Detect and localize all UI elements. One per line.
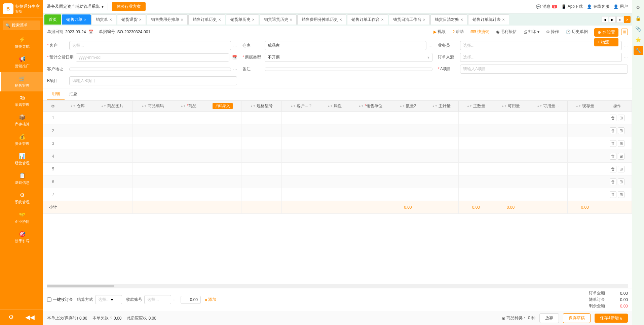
code-sort-icon[interactable]: ▲▼ — [141, 105, 147, 108]
row-6-copy-button[interactable]: ⊞ — [618, 178, 624, 185]
row-7-attr[interactable] — [320, 188, 349, 201]
tab-close-order-workbench[interactable]: ✕ — [381, 18, 384, 22]
row-1-current[interactable] — [568, 112, 602, 124]
right-sidebar-btn-3[interactable]: 📎 — [634, 24, 643, 34]
row-3-main-unit[interactable] — [424, 137, 459, 150]
warehouse-input[interactable]: 成品库 — [265, 41, 426, 50]
horizontal-scrollbar[interactable] — [47, 284, 628, 288]
salesperson-more-button[interactable]: ··· — [624, 43, 628, 48]
row-1-main-unit[interactable] — [424, 112, 459, 124]
row-5-available[interactable] — [493, 163, 528, 175]
tabs-prev-button[interactable]: ◀ — [602, 16, 608, 23]
row-2-warehouse[interactable] — [63, 124, 92, 137]
row-3-main-qty[interactable] — [459, 137, 493, 150]
row-7-qty2[interactable] — [392, 188, 424, 201]
row-4-main-qty[interactable] — [459, 150, 493, 163]
row-4-delete-button[interactable]: 🗑 — [610, 153, 616, 160]
row-1-code[interactable] — [132, 112, 173, 124]
row-5-unit[interactable] — [349, 163, 392, 175]
detail-tab-detail[interactable]: 明细 — [47, 88, 65, 100]
row-2-image[interactable] — [92, 124, 132, 137]
scroll-thumb[interactable] — [47, 285, 114, 287]
tab-return-history[interactable]: 销货退货历史 ✕ — [260, 14, 297, 25]
row-1-attr[interactable] — [320, 112, 349, 124]
tabs-menu-button[interactable]: ≡ — [616, 16, 623, 23]
row-3-code[interactable] — [132, 137, 173, 150]
row-5-code[interactable] — [132, 163, 173, 175]
row-7-available2[interactable] — [528, 188, 568, 201]
print-button[interactable]: 🖨 打印 ▾ — [521, 28, 541, 35]
sidebar-item-system[interactable]: ⚙ 系统管理 — [0, 189, 43, 208]
add-deposit-button[interactable]: ● 添加 — [205, 297, 216, 302]
invoice-type-select[interactable]: 不开票 ▾ — [265, 53, 432, 62]
row-1-delete-button[interactable]: 🗑 — [610, 115, 616, 121]
message-button[interactable]: 💬 消息 9 — [536, 4, 557, 9]
date-value[interactable]: 2023-03-24 — [65, 30, 86, 34]
row-7-copy-button[interactable]: ⊞ — [618, 191, 624, 198]
row-7-available[interactable] — [493, 188, 528, 201]
sidebar-item-marketing[interactable]: 📢 营销推广 — [0, 52, 43, 72]
row-6-available[interactable] — [493, 175, 528, 188]
row-2-code[interactable] — [132, 124, 173, 137]
tab-order-workbench[interactable]: 销售订单工作台 ✕ — [347, 14, 388, 25]
tab-sales-order-history[interactable]: 销售订单历史 ✕ — [188, 14, 225, 25]
row-1-copy-button[interactable]: ⊞ — [618, 115, 624, 121]
col-settings[interactable]: ⚙ — [43, 101, 63, 112]
row-7-current[interactable] — [568, 188, 602, 201]
row-2-current[interactable] — [568, 124, 602, 137]
search-menu-button[interactable]: 🔍 搜索菜单 — [3, 21, 40, 30]
tab-close-sales-order[interactable]: ✕ — [84, 18, 86, 22]
tab-close-cash-reconcile[interactable]: ✕ — [460, 18, 463, 22]
user-button[interactable]: 👤 用户 — [613, 4, 628, 9]
row-5-qty2[interactable] — [392, 163, 424, 175]
tab-expense-history[interactable]: 销售费用分摊单历史 ✕ — [297, 14, 346, 25]
right-sidebar-btn-2[interactable]: 🔒 — [634, 13, 643, 23]
sidebar-item-purchase[interactable]: 🛍 采购管理 — [0, 91, 43, 111]
tab-close-sales-return[interactable]: ✕ — [139, 18, 142, 22]
sidebar-item-basic-info[interactable]: 📋 基础信息 — [0, 169, 43, 189]
row-6-warehouse[interactable] — [63, 175, 92, 188]
sidebar-item-sales[interactable]: 🛒 销售管理 — [0, 72, 43, 91]
row-2-main-unit[interactable] — [424, 124, 459, 137]
row-1-goods[interactable] — [173, 112, 204, 124]
main-qty-sort-icon[interactable]: ▲▼ — [467, 105, 472, 108]
bank-account-more-button[interactable]: ··· — [173, 297, 177, 302]
row-4-available2[interactable] — [528, 150, 568, 163]
row-1-warehouse[interactable] — [63, 112, 92, 124]
row-6-image[interactable] — [92, 175, 132, 188]
row-7-main-qty[interactable] — [459, 188, 493, 201]
right-sidebar-btn-1[interactable]: ⚙ — [634, 3, 643, 12]
row-3-available2[interactable] — [528, 137, 568, 150]
row-6-attr[interactable] — [320, 175, 349, 188]
row-1-main-qty[interactable] — [459, 112, 493, 124]
history-button[interactable]: 🕐 历史单据 — [564, 28, 590, 35]
row-4-copy-button[interactable]: ⊞ — [618, 153, 624, 160]
expand-button[interactable]: ⊞ — [621, 29, 628, 35]
notes-input[interactable] — [265, 68, 432, 71]
tab-sales-summary[interactable]: 销售订单统计表 ✕ — [468, 14, 509, 25]
row-4-image[interactable] — [92, 150, 132, 163]
row-5-customer-code[interactable] — [282, 163, 320, 175]
row-5-spec[interactable] — [241, 163, 281, 175]
row-1-image[interactable] — [92, 112, 132, 124]
tab-close-sales-invoice[interactable]: ✕ — [109, 18, 112, 22]
row-3-qty2[interactable] — [392, 137, 424, 150]
row-7-warehouse[interactable] — [63, 188, 92, 201]
row-6-available2[interactable] — [528, 175, 568, 188]
tab-sales-return[interactable]: 销货退货 ✕ — [117, 14, 146, 25]
right-sidebar-btn-5[interactable]: 🔧 — [634, 46, 643, 55]
customer-input[interactable]: 选择... — [69, 41, 231, 50]
bank-account-select[interactable]: 选择... — [144, 295, 171, 304]
row-4-spec[interactable] — [241, 150, 281, 163]
save-draft-button[interactable]: 保存草稿 — [563, 313, 591, 323]
row-5-goods[interactable] — [173, 163, 204, 175]
tab-sales-expense[interactable]: 销售费用分摊单 ✕ — [147, 14, 188, 25]
detail-tab-summary[interactable]: 汇总 — [65, 88, 82, 100]
row-5-copy-button[interactable]: ⊞ — [618, 166, 624, 172]
sidebar-item-beginner[interactable]: 🎯 新手引导 — [0, 228, 43, 247]
goods-sort-icon[interactable]: ▲▼ — [181, 105, 186, 108]
tab-close-sales-expense[interactable]: ✕ — [181, 18, 183, 22]
settings-bottom-icon[interactable]: ⚙ — [7, 312, 15, 322]
row-6-customer-code[interactable] — [282, 175, 320, 188]
row-4-customer-code[interactable] — [282, 150, 320, 163]
